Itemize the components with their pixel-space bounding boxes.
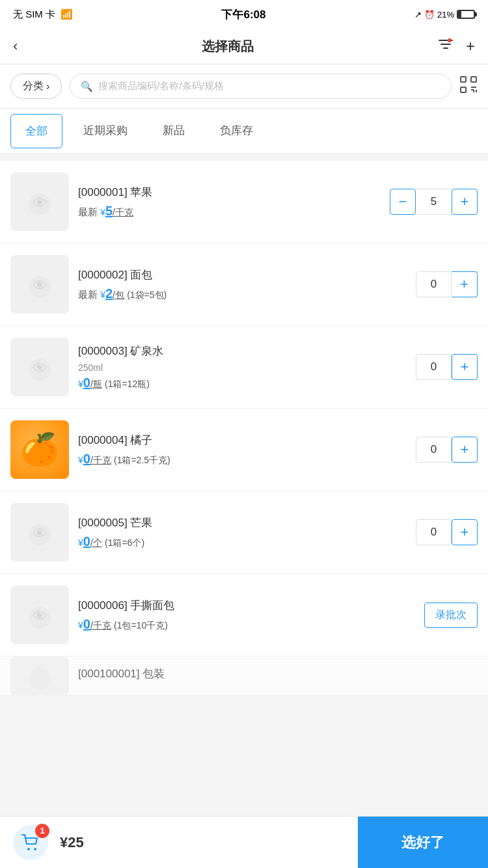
category-arrow-icon: ›	[46, 81, 49, 92]
svg-rect-6	[461, 87, 466, 92]
svg-text:👁: 👁	[33, 525, 47, 542]
tab-new[interactable]: 新品	[148, 114, 199, 148]
product-price: 最新 ¥5/千克	[78, 204, 381, 219]
cart-total: ¥25	[60, 834, 84, 851]
product-price: ¥0/瓶 (1箱=12瓶)	[78, 375, 407, 390]
battery-percent: 21%	[437, 10, 454, 20]
carrier-text: 无 SIM 卡	[13, 8, 55, 21]
product-thumbnail: 👁	[10, 503, 69, 562]
status-time: 下午6:08	[221, 7, 265, 22]
product-thumbnail: 👁	[10, 255, 69, 314]
alarm-icon: ⏰	[424, 10, 435, 20]
quantity-input[interactable]	[416, 437, 452, 463]
list-item: 👁 [0000005] 芒果 ¥0/个 (1箱=6个) +	[0, 491, 488, 574]
search-icon: 🔍	[81, 81, 93, 92]
svg-text:👁: 👁	[33, 277, 47, 294]
wifi-icon: 📶	[61, 8, 73, 20]
list-item: [0000004] 橘子 ¥0/千克 (1箱=2.5千克) +	[0, 409, 488, 491]
nav-actions: +	[437, 36, 475, 57]
increase-button[interactable]: +	[452, 271, 478, 297]
list-item: 👁 [0000003] 矿泉水 250ml ¥0/瓶 (1箱=12瓶) +	[0, 326, 488, 409]
product-name: [000100001] 包装	[78, 666, 478, 681]
product-price: ¥0/千克 (1箱=2.5千克)	[78, 452, 407, 467]
svg-point-21	[29, 668, 50, 689]
tab-negative-stock[interactable]: 负库存	[206, 114, 267, 148]
increase-button[interactable]: +	[452, 519, 478, 545]
product-info: [0000001] 苹果 最新 ¥5/千克	[78, 185, 381, 219]
cart-badge: 1	[35, 824, 49, 838]
product-name: [0000006] 手撕面包	[78, 598, 415, 613]
product-thumbnail: 👁	[10, 338, 69, 396]
add-button[interactable]: +	[466, 37, 475, 55]
quantity-input[interactable]	[416, 519, 452, 545]
status-bar: 无 SIM 卡 📶 下午6:08 ↗ ⏰ 21%	[0, 0, 488, 29]
product-name: [0000003] 矿泉水	[78, 344, 407, 359]
nav-bar: ‹ 选择商品 +	[0, 29, 488, 64]
product-info: [0000006] 手撕面包 ¥0/千克 (1包=10千克)	[78, 598, 415, 632]
category-label: 分类	[23, 79, 44, 93]
status-carrier: 无 SIM 卡 📶	[13, 8, 73, 21]
product-list: 👁 [0000001] 苹果 最新 ¥5/千克 − + 👁 [0000002]	[0, 161, 488, 774]
quantity-control: 录批次	[424, 603, 478, 628]
quantity-control: +	[416, 519, 478, 545]
tab-row: 全部 近期采购 新品 负库存	[0, 109, 488, 154]
bottom-bar: 1 ¥25 选好了	[0, 816, 488, 868]
filter-button[interactable]	[437, 36, 454, 57]
back-button[interactable]: ‹	[13, 38, 18, 55]
location-icon: ↗	[414, 10, 422, 20]
product-info: [0000002] 面包 最新 ¥2/包 (1袋=5包)	[78, 267, 407, 301]
list-item: [000100001] 包装	[0, 657, 488, 696]
svg-point-22	[27, 848, 30, 850]
svg-point-3	[448, 38, 452, 42]
battery-icon	[457, 10, 475, 19]
product-spec: 250ml	[78, 362, 407, 373]
svg-rect-4	[461, 77, 466, 82]
status-indicators: ↗ ⏰ 21%	[414, 10, 475, 20]
product-name: [0000001] 苹果	[78, 185, 381, 200]
quantity-input[interactable]	[416, 271, 452, 297]
svg-text:👁: 👁	[33, 608, 47, 625]
list-item: 👁 [0000001] 苹果 最新 ¥5/千克 − +	[0, 161, 488, 243]
svg-text:👁: 👁	[33, 360, 47, 377]
decrease-button[interactable]: −	[390, 189, 416, 215]
quantity-input[interactable]	[416, 189, 452, 215]
product-name: [0000002] 面包	[78, 267, 407, 282]
list-item: 👁 [0000002] 面包 最新 ¥2/包 (1袋=5包) +	[0, 243, 488, 326]
product-price: ¥0/千克 (1包=10千克)	[78, 617, 415, 632]
confirm-button[interactable]: 选好了	[358, 817, 488, 869]
search-box[interactable]: 🔍 搜索商品编码/名称/条码/规格	[70, 74, 452, 99]
cart-button[interactable]: 1	[13, 825, 48, 860]
product-info: [000100001] 包装	[78, 666, 478, 685]
product-info: [0000004] 橘子 ¥0/千克 (1箱=2.5千克)	[78, 433, 407, 467]
list-item: 👁 [0000006] 手撕面包 ¥0/千克 (1包=10千克) 录批次	[0, 574, 488, 657]
search-placeholder: 搜索商品编码/名称/条码/规格	[98, 80, 224, 92]
product-name: [0000005] 芒果	[78, 515, 407, 530]
tab-recent[interactable]: 近期采购	[69, 114, 142, 148]
product-name: [0000004] 橘子	[78, 433, 407, 448]
increase-button[interactable]: +	[452, 354, 478, 380]
product-thumbnail: 👁	[10, 586, 69, 644]
page-title: 选择商品	[202, 38, 254, 55]
svg-point-23	[34, 848, 36, 850]
quantity-control: +	[416, 437, 478, 463]
product-info: [0000005] 芒果 ¥0/个 (1箱=6个)	[78, 515, 407, 549]
tab-all[interactable]: 全部	[10, 114, 62, 148]
quantity-control: − +	[390, 189, 478, 215]
quantity-input[interactable]	[416, 354, 452, 380]
increase-button[interactable]: +	[452, 189, 478, 215]
svg-rect-5	[471, 77, 476, 82]
increase-button[interactable]: +	[452, 437, 478, 463]
cart-area: 1 ¥25	[13, 825, 84, 860]
svg-text:👁: 👁	[33, 195, 47, 211]
product-thumbnail: 👁	[10, 172, 69, 231]
product-price: 最新 ¥2/包 (1袋=5包)	[78, 286, 407, 301]
category-button[interactable]: 分类 ›	[10, 74, 62, 99]
batch-button[interactable]: 录批次	[424, 603, 478, 628]
product-info: [0000003] 矿泉水 250ml ¥0/瓶 (1箱=12瓶)	[78, 344, 407, 390]
product-thumbnail	[10, 420, 69, 479]
scan-button[interactable]	[459, 75, 478, 98]
product-thumbnail	[10, 657, 69, 696]
quantity-control: +	[416, 271, 478, 297]
quantity-control: +	[416, 354, 478, 380]
product-price: ¥0/个 (1箱=6个)	[78, 534, 407, 549]
